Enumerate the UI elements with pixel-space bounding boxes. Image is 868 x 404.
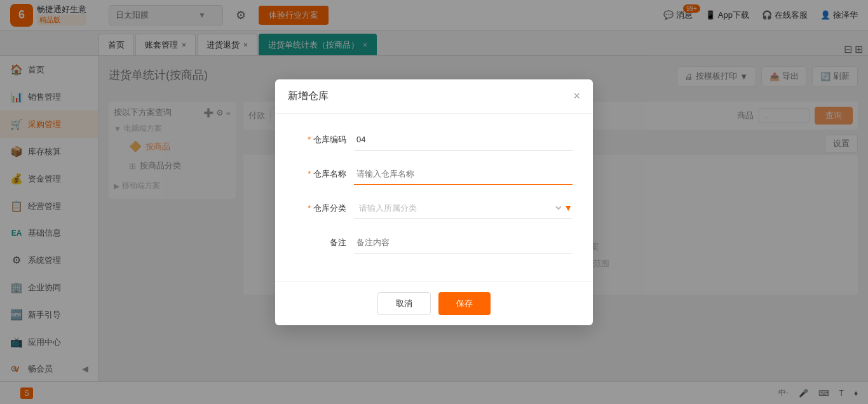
category-label: 仓库分类 — [295, 203, 346, 214]
category-select[interactable]: 请输入所属分类 — [354, 197, 564, 219]
category-select-wrapper: 请输入所属分类 ▼ — [354, 198, 573, 219]
code-input[interactable] — [354, 129, 573, 151]
select-arrow-icon: ▼ — [564, 203, 573, 213]
note-input[interactable] — [354, 232, 573, 253]
modal-title: 新增仓库 — [288, 90, 329, 103]
form-row-code: 仓库编码 — [295, 129, 573, 151]
modal-close-btn[interactable]: × — [573, 90, 580, 103]
modal-header: 新增仓库 × — [275, 79, 593, 114]
form-row-name: 仓库名称 — [295, 163, 573, 185]
modal-footer: 取消 保存 — [275, 281, 593, 325]
modal-body: 仓库编码 仓库名称 仓库分类 请输入所属分类 ▼ 备注 — [275, 114, 593, 281]
name-label: 仓库名称 — [295, 168, 346, 180]
name-input[interactable] — [354, 163, 573, 185]
cancel-btn[interactable]: 取消 — [377, 292, 431, 315]
modal-overlay: 新增仓库 × 仓库编码 仓库名称 仓库分类 请输入所属分类 ▼ — [0, 0, 868, 404]
modal-new-warehouse: 新增仓库 × 仓库编码 仓库名称 仓库分类 请输入所属分类 ▼ — [275, 79, 593, 325]
form-row-note: 备注 — [295, 232, 573, 253]
save-btn[interactable]: 保存 — [438, 292, 491, 315]
form-row-category: 仓库分类 请输入所属分类 ▼ — [295, 198, 573, 219]
note-label: 备注 — [295, 237, 346, 248]
code-label: 仓库编码 — [295, 134, 346, 145]
